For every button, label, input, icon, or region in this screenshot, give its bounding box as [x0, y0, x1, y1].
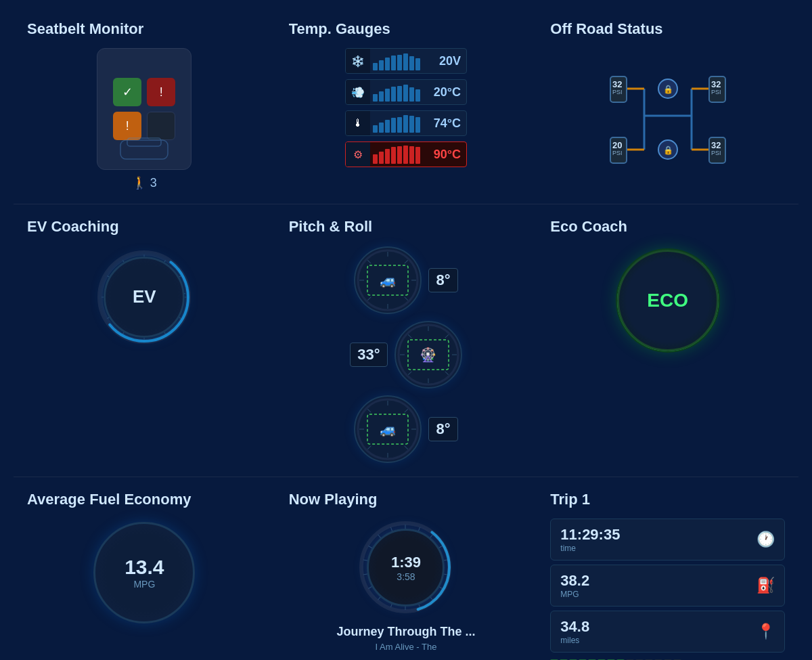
pr-value-roll: 33°	[350, 343, 387, 367]
gauge-icon-4: ⚙	[346, 142, 370, 167]
svg-line-49	[368, 260, 371, 263]
trip-time-card: 11:29:35 time 🕐	[550, 519, 785, 560]
seat-rr	[147, 112, 175, 140]
eco-coach-widget: Eco Coach	[537, 204, 798, 476]
svg-line-55	[445, 372, 448, 375]
offroad-diagram: 🔒 🔒 32 PSI 32 PSI 20 PSI 32 PSI	[607, 48, 729, 177]
temp-gauges-widget: Temp. Gauges ❄️ 20V 💨	[275, 7, 537, 204]
now-playing-dial-container: 1:39 3:58	[357, 519, 455, 617]
avg-fuel-content: 13.4 MPG	[27, 519, 262, 627]
trip-miles-label: miles	[560, 636, 589, 645]
gauge-bars-4	[370, 142, 434, 167]
pitch-roll-content: 🚙 8° 33°	[289, 246, 524, 463]
clock-icon: 🕐	[757, 531, 775, 548]
svg-text:PSI: PSI	[612, 150, 623, 156]
trip-miles-info: 34.8 miles	[560, 618, 589, 645]
temp-gauges-title: Temp. Gauges	[289, 20, 390, 38]
pr-middle-row: 33°	[350, 321, 461, 389]
mpg-circle: 13.4 MPG	[93, 522, 195, 623]
pr-value-top: 8°	[428, 268, 457, 292]
now-playing-content: 1:39 3:58 Journey Through The ... I Am A…	[289, 519, 524, 652]
trip-mpg-info: 38.2 MPG	[560, 572, 589, 599]
gauge-bars-3	[370, 111, 434, 135]
gauge-icon-1: ❄️	[346, 49, 370, 73]
dashboard: Seatbelt Monitor ✓ ! !	[0, 0, 812, 660]
pitch-roll-grid: 🚙 8° 33°	[350, 246, 461, 463]
svg-text:PSI: PSI	[711, 89, 721, 95]
track-artist: I Am Alive - The	[376, 642, 437, 652]
trip-time-label: time	[560, 544, 620, 553]
gauge-value-3: 74°C	[434, 116, 466, 131]
svg-text:🔒: 🔒	[662, 84, 673, 94]
distance-icon: 📍	[757, 623, 775, 640]
gauge-bars-2	[370, 80, 434, 104]
gauge-icon-3: 🌡	[346, 111, 370, 135]
seatbelt-count: 🚶 3	[132, 175, 157, 190]
pr-dial-svg-mid	[394, 321, 462, 389]
fuel-icon: ⛽	[757, 577, 775, 594]
svg-rect-60	[408, 340, 449, 370]
track-duration: 3:58	[397, 571, 415, 582]
ev-dial-container: EV	[93, 246, 195, 348]
pr-dial-middle: 🎡	[394, 321, 462, 389]
svg-text:🔒: 🔒	[662, 145, 673, 155]
car-outline-svg	[117, 137, 171, 164]
svg-line-47	[368, 297, 371, 301]
trip-cards: 11:29:35 time 🕐 38.2 MPG ⛽ 34.8	[550, 519, 785, 660]
svg-point-51	[399, 325, 458, 384]
gauge-value-4: 90°C	[434, 148, 466, 162]
svg-line-65	[405, 446, 408, 449]
trip-mpg-card: 38.2 MPG ⛽	[550, 565, 785, 607]
svg-rect-70	[367, 414, 408, 444]
svg-line-53	[445, 334, 448, 338]
mpg-unit: MPG	[133, 579, 155, 590]
trip-miles-value: 34.8	[560, 618, 589, 635]
trip-time-value: 11:29:35	[560, 526, 620, 543]
svg-text:32: 32	[612, 79, 622, 89]
svg-line-59	[408, 334, 411, 338]
svg-line-69	[368, 409, 371, 412]
avg-fuel-widget: Average Fuel Economy	[14, 477, 275, 660]
temp-gauge-4: ⚙ 90°C	[345, 141, 467, 167]
ev-coaching-content: EV	[27, 246, 262, 348]
mpg-value: 13.4	[125, 556, 164, 579]
eco-coach-title: Eco Coach	[550, 218, 627, 236]
track-title: Journey Through The ...	[336, 625, 475, 639]
svg-line-63	[405, 409, 408, 412]
pitch-roll-widget: Pitch & Roll	[275, 204, 537, 476]
seat-rl: !	[113, 112, 141, 140]
svg-text:32: 32	[711, 140, 721, 150]
ev-coaching-widget: EV Coaching	[14, 204, 275, 476]
seatbelt-content: ✓ ! ! 🚶 3	[27, 48, 262, 190]
svg-rect-50	[367, 265, 408, 295]
svg-line-43	[405, 260, 408, 263]
svg-text:PSI: PSI	[612, 89, 623, 95]
svg-rect-1	[127, 138, 161, 146]
pr-dial-top: 🚙	[354, 246, 422, 314]
gauge-value-1: 20V	[439, 54, 466, 68]
ev-coaching-title: EV Coaching	[27, 218, 119, 236]
seat-fr: !	[147, 78, 175, 106]
pr-value-bottom: 8°	[428, 417, 457, 441]
pr-dial-svg-top	[354, 246, 422, 314]
trip-miles-card: 34.8 miles 📍	[550, 611, 785, 653]
eco-coach-content: ECO	[550, 246, 785, 355]
track-time: 1:39	[391, 554, 421, 571]
seatbelt-car-diagram: ✓ ! !	[97, 48, 191, 170]
svg-text:20: 20	[612, 140, 622, 150]
svg-text:PSI: PSI	[711, 150, 721, 156]
trip1-content: 11:29:35 time 🕐 38.2 MPG ⛽ 34.8	[550, 519, 785, 660]
trip-progress-bar	[550, 657, 785, 660]
eco-dial-container: ECO	[614, 246, 722, 355]
gauge-icon-2: 💨	[346, 80, 370, 104]
temp-gauges-content: ❄️ 20V 💨	[289, 48, 524, 173]
temp-gauge-1: ❄️ 20V	[345, 48, 467, 74]
gauge-bars-1	[370, 49, 439, 73]
offroad-title: Off Road Status	[550, 20, 662, 38]
svg-point-41	[358, 250, 418, 310]
now-playing-title: Now Playing	[289, 491, 378, 508]
trip1-widget: Trip 1 11:29:35 time 🕐 38.2 MPG	[537, 477, 798, 660]
avg-fuel-title: Average Fuel Economy	[27, 491, 191, 508]
now-playing-circle: 1:39 3:58	[367, 529, 445, 607]
trip-mpg-label: MPG	[560, 590, 589, 599]
